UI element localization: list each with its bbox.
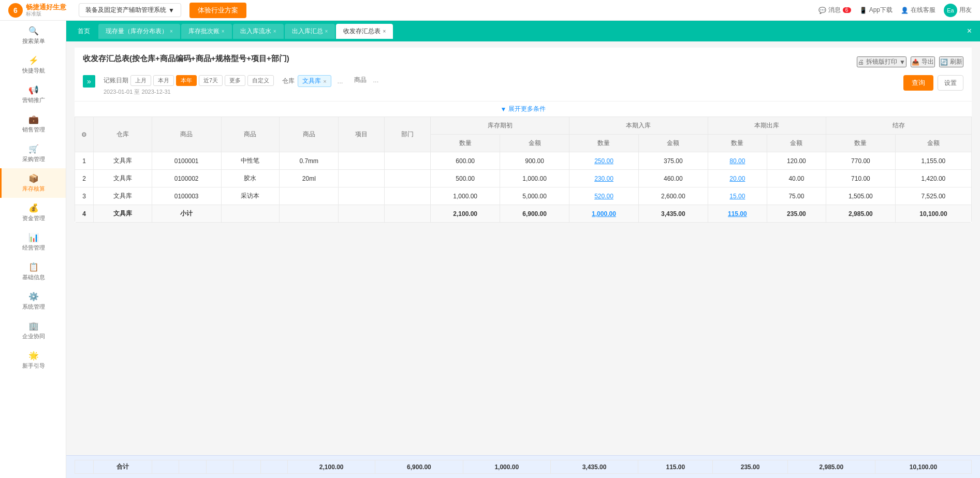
- total-label: 合计: [94, 460, 152, 474]
- logo-area: 6 畅捷通好生意 标准版: [8, 3, 66, 18]
- cell-dept: [385, 152, 431, 170]
- cell-out-qty[interactable]: 80.00: [708, 152, 767, 170]
- logo-text: 畅捷通好生意 标准版: [26, 3, 66, 18]
- goods-more[interactable]: ...: [370, 75, 382, 85]
- date-btn-more[interactable]: 更多: [225, 75, 245, 86]
- sidebar-item-sales[interactable]: 💼 销售管理: [0, 109, 66, 139]
- th-dept: 部门: [385, 117, 431, 152]
- tab-summary[interactable]: 出入库汇总 ×: [285, 24, 335, 39]
- settings-icon[interactable]: ⚙: [81, 131, 87, 138]
- cell-balance-amt: 1,420.00: [895, 170, 971, 187]
- close-all-tabs[interactable]: ×: [963, 26, 976, 36]
- sidebar-item-purchase[interactable]: 🛒 采购管理: [0, 139, 66, 168]
- cell-dept: [385, 170, 431, 187]
- content-area: 首页 现存量（库存分布表） × 库存批次账 × 出入库流水 × 出入库汇总 ×: [66, 21, 980, 478]
- query-actions: 查询 设置: [903, 75, 963, 91]
- sidebar-item-marketing[interactable]: 📢 营销推广: [0, 80, 66, 109]
- sidebar-item-basic[interactable]: 📋 基础信息: [0, 257, 66, 286]
- top-bar-left: 6 畅捷通好生意 标准版 装备及固定资产辅助管理系统 ▼ 体验行业方案: [8, 3, 246, 18]
- tab-close-summary[interactable]: ×: [325, 28, 328, 34]
- setting-button[interactable]: 设置: [938, 75, 963, 91]
- cell-dept: [385, 187, 431, 205]
- tab-home[interactable]: 首页: [70, 24, 97, 39]
- export-button[interactable]: 📤 导出: [911, 56, 935, 67]
- user-avatar[interactable]: Ea 用友: [944, 4, 972, 17]
- message-icon: 💬: [818, 7, 826, 14]
- date-btn-last-month[interactable]: 上月: [130, 75, 151, 86]
- cell-warehouse: 文具库: [94, 187, 152, 205]
- top-bar-right: 💬 消息 6 📱 App下载 👤 在线客服 Ea 用友: [818, 4, 972, 17]
- data-table: ⚙ 仓库 商品 商品 商品 项目 部门 库存期初 本期入库: [75, 117, 972, 223]
- expand-icon: ▼: [501, 106, 507, 113]
- th-goods-spec: 商品: [280, 117, 339, 152]
- collapse-icon: »: [87, 77, 91, 85]
- cell-out-qty[interactable]: 20.00: [708, 170, 767, 187]
- cell-out-amt: 120.00: [767, 152, 826, 170]
- sidebar-item-system[interactable]: ⚙️ 系统管理: [0, 286, 66, 316]
- total-in-qty: 1,000.00: [463, 460, 550, 474]
- subtotal-out-qty[interactable]: 115.00: [708, 205, 767, 223]
- tab-flow[interactable]: 出入库流水 ×: [233, 24, 284, 39]
- tab-inventory-dist[interactable]: 现存量（库存分布表） ×: [98, 24, 180, 39]
- tab-close-flow[interactable]: ×: [273, 28, 276, 34]
- avatar-icon: Ea: [944, 4, 957, 17]
- tab-receipt-summary[interactable]: 收发存汇总表 ×: [336, 24, 393, 39]
- cell-opening-amt: 5,000.00: [500, 187, 569, 205]
- th-balance-group: 结存: [826, 117, 971, 135]
- search-icon: 🔍: [28, 26, 39, 36]
- total-balance-qty: 2,985.00: [787, 460, 875, 474]
- message-button[interactable]: 💬 消息 6: [818, 6, 851, 15]
- tab-close-inventory-dist[interactable]: ×: [170, 28, 173, 34]
- subtotal-in-qty[interactable]: 1,000.00: [569, 205, 639, 223]
- cell-in-qty[interactable]: 520.00: [569, 187, 639, 205]
- message-badge: 6: [843, 7, 851, 13]
- sidebar-item-search[interactable]: 🔍 搜索菜单: [0, 21, 66, 50]
- sidebar-item-finance[interactable]: 💰 资金管理: [0, 198, 66, 227]
- warehouse-filter: 仓库 文具库 × ...: [282, 75, 346, 87]
- experience-button[interactable]: 体验行业方案: [189, 3, 246, 18]
- cell-goods-name: 采访本: [221, 187, 280, 205]
- date-btn-7days[interactable]: 近7天: [199, 75, 223, 86]
- system-icon: ⚙️: [28, 292, 39, 301]
- tab-close-batch[interactable]: ×: [222, 28, 225, 34]
- date-btn-this-month[interactable]: 本月: [153, 75, 174, 86]
- query-button[interactable]: 查询: [903, 75, 933, 91]
- th-project: 项目: [339, 117, 385, 152]
- purchase-icon: 🛒: [28, 144, 39, 154]
- th-warehouse: 仓库: [94, 117, 152, 152]
- collapse-toggle[interactable]: »: [83, 75, 95, 88]
- date-btn-custom[interactable]: 自定义: [247, 75, 274, 86]
- sidebar-item-inventory[interactable]: 📦 库存核算: [0, 168, 66, 198]
- cell-in-qty[interactable]: 250.00: [569, 152, 639, 170]
- cell-in-qty[interactable]: 230.00: [569, 170, 639, 187]
- date-btn-this-year[interactable]: 本年: [176, 75, 197, 86]
- tab-batch[interactable]: 库存批次账 ×: [181, 24, 232, 39]
- th-opening-qty: 数量: [431, 135, 500, 152]
- goods-label: 商品: [354, 76, 367, 84]
- print-button[interactable]: 🖨 拆镜版打印 ▼: [857, 56, 906, 67]
- th-balance-qty: 数量: [826, 135, 895, 152]
- app-download-button[interactable]: 📱 App下载: [859, 6, 893, 15]
- cell-out-qty[interactable]: 15.00: [708, 187, 767, 205]
- cell-goods-spec: [280, 187, 339, 205]
- table-row: 2 文具库 0100002 胶水 20ml 500.00 1,000.00: [75, 170, 972, 187]
- sidebar-item-operations[interactable]: 📊 经营管理: [0, 227, 66, 257]
- warehouse-tag-close[interactable]: ×: [323, 78, 326, 84]
- inventory-icon: 📦: [28, 173, 39, 183]
- guide-icon: 🌟: [28, 351, 39, 360]
- sidebar-item-quick-nav[interactable]: ⚡ 快捷导航: [0, 50, 66, 80]
- system-selector[interactable]: 装备及固定资产辅助管理系统 ▼: [79, 3, 181, 17]
- cell-project: [339, 187, 385, 205]
- expand-more-button[interactable]: ▼ 展开更多条件: [75, 101, 972, 117]
- online-service-button[interactable]: 👤 在线客服: [901, 6, 935, 15]
- warehouse-more[interactable]: ...: [334, 76, 346, 86]
- page-title: 收发存汇总表(按仓库+商品编码+商品+规格型号+项目+部门): [83, 54, 289, 64]
- sidebar: 🔍 搜索菜单 ⚡ 快捷导航 📢 营销推广 💼 销售管理 🛒 采购管理 📦: [0, 21, 66, 478]
- marketing-icon: 📢: [28, 85, 39, 95]
- sidebar-item-enterprise[interactable]: 🏢 企业协同: [0, 316, 66, 345]
- th-goods-code: 商品: [152, 117, 221, 152]
- th-settings[interactable]: ⚙: [75, 117, 94, 152]
- refresh-button[interactable]: 🔄 刷新: [939, 56, 963, 67]
- sidebar-item-guide[interactable]: 🌟 新手引导: [0, 345, 66, 375]
- tab-close-receipt-summary[interactable]: ×: [383, 28, 386, 34]
